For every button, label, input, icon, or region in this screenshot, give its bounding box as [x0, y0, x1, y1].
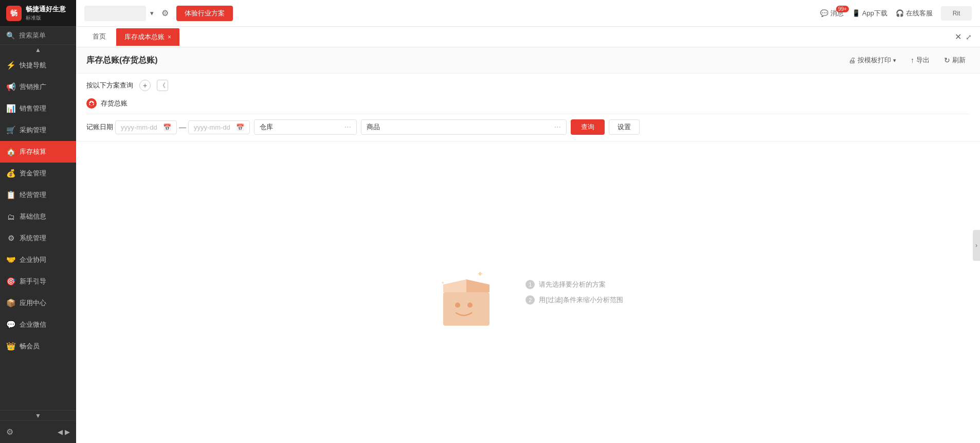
- topbar-dropdown[interactable]: ▾: [150, 9, 154, 17]
- sidebar-item-system[interactable]: ⚙ 系统管理: [0, 227, 76, 249]
- query-button[interactable]: 查询: [571, 119, 605, 135]
- logo-icon: 畅: [6, 6, 22, 21]
- calendar-end-icon[interactable]: 📅: [236, 123, 244, 131]
- tab-home[interactable]: 首页: [84, 28, 114, 46]
- topbar-logo: [84, 6, 146, 21]
- sidebar-item-app-center[interactable]: 📦 应用中心: [0, 292, 76, 314]
- print-icon: 🖨: [848, 56, 856, 64]
- sidebar-item-sales[interactable]: 📊 销售管理: [0, 98, 76, 119]
- main-area: ▾ ⚙ 体验行业方案 💬 消息 99+ 📱 App下载 🎧 在线客服 Rit: [76, 0, 980, 443]
- scheme-item-inventory[interactable]: 存货总账: [86, 95, 970, 112]
- page-header: 库存总账(存货总账) 🖨 按模板打印 ▾ ↑ 导出 ↻ 刷新: [76, 47, 980, 74]
- sidebar-item-operations[interactable]: 📋 经营管理: [0, 184, 76, 206]
- refresh-icon: ↻: [944, 56, 950, 64]
- online-service-action[interactable]: 🎧 在线客服: [896, 9, 933, 18]
- export-label: 导出: [916, 56, 930, 65]
- scroll-down-icon[interactable]: ▼: [35, 412, 41, 419]
- collapse-icon[interactable]: ◀ ▶: [58, 428, 70, 436]
- newbie-icon: 🎯: [6, 277, 15, 286]
- export-action[interactable]: ↑ 导出: [906, 54, 934, 67]
- print-label: 按模板打印: [858, 56, 891, 65]
- tab-panel-close-icon[interactable]: ✕: [955, 32, 961, 42]
- settings-icon[interactable]: ⚙: [6, 427, 13, 437]
- purchase-icon: 🛒: [6, 126, 15, 135]
- message-badge: 99+: [836, 6, 849, 12]
- vip-icon: 👑: [6, 342, 15, 351]
- filter-add-button[interactable]: +: [139, 80, 151, 91]
- add-icon: +: [143, 81, 147, 90]
- date-start-input[interactable]: yyyy-mm-dd 📅: [115, 120, 177, 134]
- app-download-action[interactable]: 📱 App下载: [852, 9, 887, 18]
- product-label: 商品: [367, 122, 380, 132]
- calendar-start-icon[interactable]: 📅: [163, 123, 171, 131]
- sidebar-item-inventory[interactable]: 🏠 库存核算: [0, 141, 76, 163]
- message-action[interactable]: 💬 消息 99+: [820, 9, 844, 18]
- scroll-up-icon[interactable]: ▲: [35, 46, 41, 54]
- message-icon: 💬: [820, 9, 828, 17]
- export-icon: ↑: [911, 56, 914, 64]
- product-select[interactable]: 商品 ···: [361, 119, 567, 135]
- side-collapse-button[interactable]: ›: [973, 230, 980, 261]
- collapse-icon: 《: [159, 81, 166, 90]
- sidebar-nav: ⚡ 快捷导航 📢 营销推广 📊 销售管理 🛒 采购管理 🏠 库存核算 💰 资金管…: [0, 55, 76, 410]
- sidebar-search[interactable]: 🔍 搜索菜单: [0, 27, 76, 45]
- sidebar: 畅 畅捷通好生意 标准版 🔍 搜索菜单 ▲ ⚡ 快捷导航 📢 营销推广 📊 销售…: [0, 0, 76, 443]
- operations-icon: 📋: [6, 190, 15, 200]
- empty-hint-2: 2 用[过滤]条件来缩小分析范围: [525, 295, 623, 305]
- empty-illustration: ✦ ✦: [433, 256, 505, 328]
- avatar-text: Rit: [953, 10, 960, 17]
- page-header-actions: 🖨 按模板打印 ▾ ↑ 导出 ↻ 刷新: [844, 54, 970, 67]
- page-content: 库存总账(存货总账) 🖨 按模板打印 ▾ ↑ 导出 ↻ 刷新: [76, 47, 980, 443]
- tab-close-icon[interactable]: ×: [168, 33, 171, 41]
- filter-collapse-button[interactable]: 《: [157, 80, 168, 91]
- tab-inventory-cost[interactable]: 库存成本总账 ×: [116, 28, 179, 46]
- enterprise-wx-icon: 💬: [6, 320, 15, 329]
- step-1-icon: 1: [525, 280, 535, 289]
- empty-text: 1 请先选择要分析的方案 2 用[过滤]条件来缩小分析范围: [525, 280, 623, 305]
- search-label: 搜索菜单: [19, 31, 46, 40]
- refresh-action[interactable]: ↻ 刷新: [940, 54, 970, 67]
- sidebar-logo: 畅 畅捷通好生意 标准版: [0, 0, 76, 27]
- marketing-label: 营销推广: [20, 82, 70, 92]
- enterprise-icon: 🤝: [6, 255, 15, 264]
- sidebar-item-enterprise-wx[interactable]: 💬 企业微信: [0, 314, 76, 335]
- sidebar-item-enterprise[interactable]: 🤝 企业协同: [0, 249, 76, 271]
- filter-bar: 按以下方案查询 + 《 存货总账: [76, 74, 980, 141]
- tab-panel-expand-icon[interactable]: ⤢: [966, 33, 972, 41]
- enterprise-wx-label: 企业微信: [20, 320, 70, 329]
- hint1-text: 请先选择要分析的方案: [539, 280, 606, 289]
- hint2-text: 用[过滤]条件来缩小分析范围: [539, 295, 623, 305]
- sidebar-item-quick-nav[interactable]: ⚡ 快捷导航: [0, 55, 76, 76]
- empty-svg: ✦ ✦: [433, 256, 505, 328]
- sidebar-item-finance[interactable]: 💰 资金管理: [0, 163, 76, 184]
- basic-info-icon: 🗂: [6, 212, 15, 221]
- phone-icon: 📱: [852, 9, 860, 17]
- settings-gear-icon[interactable]: ⚙: [158, 6, 172, 21]
- operations-label: 经营管理: [20, 190, 70, 200]
- user-avatar[interactable]: Rit: [941, 6, 972, 21]
- print-action[interactable]: 🖨 按模板打印 ▾: [844, 54, 900, 67]
- topbar: ▾ ⚙ 体验行业方案 💬 消息 99+ 📱 App下载 🎧 在线客服 Rit: [76, 0, 980, 27]
- svg-text:✦: ✦: [477, 270, 483, 278]
- empty-hint-1: 1 请先选择要分析的方案: [525, 280, 623, 289]
- svg-marker-3: [466, 279, 489, 292]
- side-collapse-icon: ›: [975, 242, 977, 249]
- quick-nav-icon: ⚡: [6, 61, 15, 70]
- sidebar-item-purchase[interactable]: 🛒 采购管理: [0, 119, 76, 141]
- sidebar-item-marketing[interactable]: 📢 营销推广: [0, 76, 76, 98]
- app-center-icon: 📦: [6, 298, 15, 308]
- trial-button[interactable]: 体验行业方案: [176, 6, 233, 21]
- date-start-placeholder: yyyy-mm-dd: [121, 123, 157, 131]
- svg-point-5: [467, 303, 473, 308]
- warehouse-select[interactable]: 仓库 ···: [254, 119, 357, 135]
- sidebar-item-basic-info[interactable]: 🗂 基础信息: [0, 206, 76, 227]
- svg-text:✦: ✦: [441, 280, 445, 286]
- main-wrapper: 库存总账(存货总账) 🖨 按模板打印 ▾ ↑ 导出 ↻ 刷新: [76, 47, 980, 443]
- finance-icon: 💰: [6, 169, 15, 178]
- svg-point-4: [455, 303, 460, 308]
- sales-label: 销售管理: [20, 104, 70, 113]
- date-end-input[interactable]: yyyy-mm-dd 📅: [188, 120, 250, 134]
- settings-button[interactable]: 设置: [609, 119, 640, 135]
- sidebar-item-vip[interactable]: 👑 畅会员: [0, 335, 76, 357]
- sidebar-item-newbie[interactable]: 🎯 新手引导: [0, 271, 76, 292]
